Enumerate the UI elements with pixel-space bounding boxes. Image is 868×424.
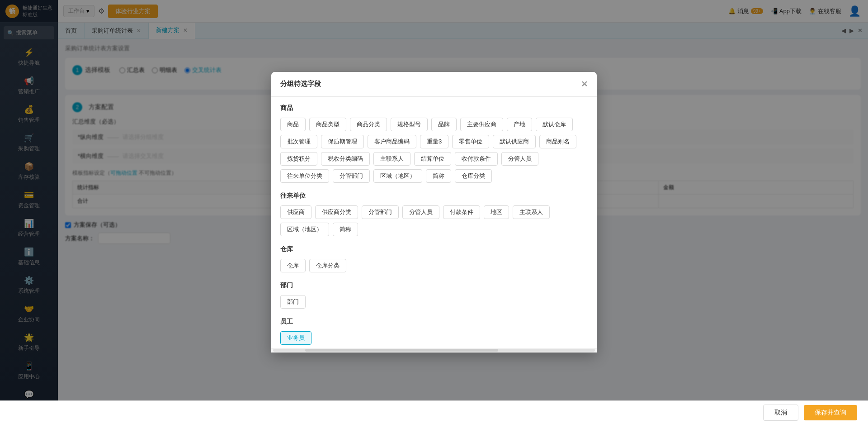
field-tag[interactable]: 分管部门	[362, 205, 399, 219]
field-tag[interactable]: 商品	[280, 118, 306, 131]
field-tag[interactable]: 税收分类编码	[321, 152, 370, 166]
section-goods-title: 商品	[280, 104, 588, 112]
field-tag[interactable]: 仓库分类	[455, 169, 492, 183]
field-tag[interactable]: 拣货积分	[280, 152, 317, 166]
field-tag[interactable]: 分管人员	[501, 152, 538, 166]
section-goods-tags: 商品 商品类型 商品分类 规格型号 品牌 主要供应商 产地 默认仓库 批次管理 …	[280, 118, 588, 183]
field-tag[interactable]: 商品类型	[309, 118, 346, 131]
field-tag[interactable]: 区域（地区）	[373, 169, 422, 183]
dialog-hscrollbar[interactable]	[271, 348, 597, 352]
field-tag[interactable]: 产地	[507, 118, 532, 131]
field-tag[interactable]: 重量3	[420, 135, 448, 148]
dialog-close-button[interactable]: ✕	[581, 79, 588, 89]
field-tag[interactable]: 批次管理	[280, 135, 317, 148]
save-query-button[interactable]: 保存并查询	[804, 405, 857, 420]
cancel-button[interactable]: 取消	[763, 405, 798, 421]
field-tag[interactable]: 部门	[280, 295, 306, 309]
field-tag[interactable]: 往来单位分类	[280, 169, 329, 183]
field-tag[interactable]: 品牌	[431, 118, 457, 131]
section-partner-title: 往来单位	[280, 192, 588, 200]
section-partner-tags: 供应商 供应商分类 分管部门 分管人员 付款条件 地区 主联系人 区域（地区） …	[280, 205, 588, 236]
section-department: 部门 部门	[280, 281, 588, 309]
field-tag[interactable]: 结算单位	[414, 152, 451, 166]
section-goods: 商品 商品 商品类型 商品分类 规格型号 品牌 主要供应商 产地 默认仓库 批次…	[280, 104, 588, 183]
field-tag[interactable]: 分管人员	[402, 205, 439, 219]
field-tag[interactable]: 零售单位	[452, 135, 489, 148]
field-tag-selected[interactable]: 业务员	[280, 331, 311, 345]
section-partner: 往来单位 供应商 供应商分类 分管部门 分管人员 付款条件 地区 主联系人 区域…	[280, 192, 588, 236]
bottom-bar: 取消 保存并查询	[0, 400, 868, 424]
field-tag[interactable]: 主联系人	[373, 152, 410, 166]
field-tag[interactable]: 商品分类	[350, 118, 387, 131]
field-tag[interactable]: 商品别名	[539, 135, 576, 148]
field-tag[interactable]: 仓库分类	[309, 259, 346, 272]
field-tag[interactable]: 主要供应商	[460, 118, 503, 131]
section-warehouse-title: 仓库	[280, 245, 588, 253]
hscroll-thumb	[305, 349, 498, 352]
field-tag[interactable]: 仓库	[280, 259, 306, 272]
field-tag[interactable]: 简称	[426, 169, 451, 183]
field-tag[interactable]: 默认供应商	[493, 135, 536, 148]
field-tag[interactable]: 收付款条件	[455, 152, 498, 166]
field-tag[interactable]: 默认仓库	[536, 118, 573, 131]
field-tag[interactable]: 供应商分类	[315, 205, 358, 219]
section-employee-title: 员工	[280, 318, 588, 326]
hscroll-track	[273, 349, 595, 352]
field-tag[interactable]: 地区	[484, 205, 509, 219]
field-tag[interactable]: 付款条件	[443, 205, 480, 219]
section-warehouse: 仓库 仓库 仓库分类	[280, 245, 588, 272]
field-tag[interactable]: 规格型号	[391, 118, 428, 131]
field-tag[interactable]: 区域（地区）	[280, 223, 329, 236]
field-tag[interactable]: 供应商	[280, 205, 311, 219]
section-warehouse-tags: 仓库 仓库分类	[280, 259, 588, 272]
dialog-body: 商品 商品 商品类型 商品分类 规格型号 品牌 主要供应商 产地 默认仓库 批次…	[271, 97, 597, 348]
field-tag[interactable]: 客户商品编码	[368, 135, 416, 148]
field-tag[interactable]: 分管部门	[333, 169, 370, 183]
section-employee: 员工 业务员	[280, 318, 588, 345]
field-tag[interactable]: 简称	[333, 223, 358, 236]
dialog-header: 分组待选字段 ✕	[271, 72, 597, 97]
dialog-title: 分组待选字段	[280, 80, 321, 88]
field-select-dialog: 分组待选字段 ✕ 商品 商品 商品类型 商品分类 规格型号 品牌 主要供应商 产…	[271, 72, 597, 353]
section-department-title: 部门	[280, 281, 588, 290]
section-employee-tags: 业务员	[280, 331, 588, 345]
section-department-tags: 部门	[280, 295, 588, 309]
field-tag[interactable]: 主联系人	[513, 205, 550, 219]
field-tag[interactable]: 保质期管理	[321, 135, 364, 148]
